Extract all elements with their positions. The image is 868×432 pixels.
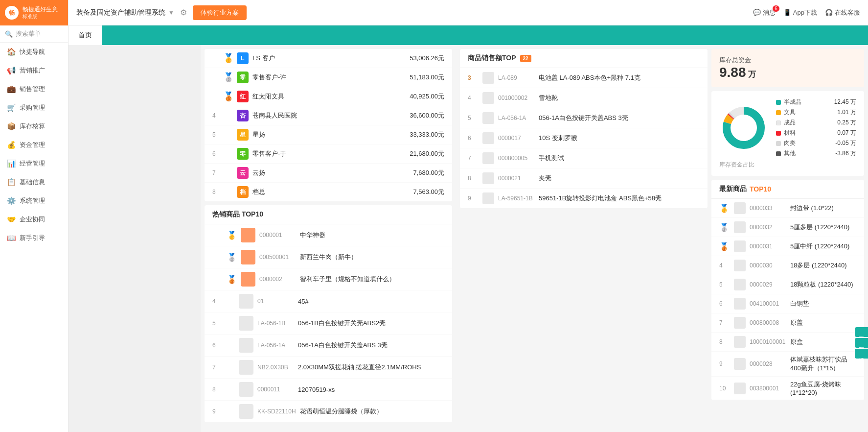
new-product-thumbnail bbox=[734, 240, 746, 252]
product-img bbox=[239, 294, 253, 309]
new-product-thumbnail bbox=[734, 298, 746, 310]
search-menu[interactable]: 🔍 搜索菜单 bbox=[0, 25, 68, 43]
sidebar-item-caigou[interactable]: 🛒 采购管理 bbox=[0, 98, 68, 117]
new-product-item: 🥈 0000032 5厘多层 (1220*2440) bbox=[711, 218, 864, 237]
new-product-item: 6 004100001 白钢垫 bbox=[711, 294, 864, 313]
customer-avatar: 档 bbox=[237, 186, 249, 198]
sidebar-header: 畅 畅捷通好生意 标准版 bbox=[0, 0, 68, 25]
customer-rank-item: 6 零 零售客户-于 21,680.00元 bbox=[205, 144, 452, 164]
sidebar-item-kucun[interactable]: 📦 库存核算 bbox=[0, 117, 68, 136]
legend-item: 成品 0.25 万 bbox=[776, 119, 856, 127]
customer-rank-list: 🥇 L LS 客户 53,006.26元 🥈 零 零售客户-许 51,183.0… bbox=[205, 49, 452, 201]
product-img bbox=[239, 360, 253, 375]
product-sales-panel: 商品销售额TOP 22 3 LA-089 电池盖 LA-089 ABS本色+黑种… bbox=[460, 49, 708, 208]
left-placeholder bbox=[69, 45, 201, 432]
search-icon: 🔍 bbox=[5, 30, 13, 38]
legend-dot bbox=[776, 110, 781, 115]
medal-gold-icon: 🥇 bbox=[227, 231, 237, 240]
online-service-btn[interactable]: 🎧 在线客服 bbox=[825, 8, 860, 17]
customer-rank-item: 8 档 档总 7,563.00元 bbox=[205, 183, 452, 201]
logo-icon: 畅 bbox=[5, 6, 19, 20]
customer-avatar: 星 bbox=[237, 129, 249, 141]
sidebar-item-kuaijie[interactable]: 🏠 快捷导航 bbox=[0, 43, 68, 61]
sidebar-item-zijin[interactable]: 💰 资金管理 bbox=[0, 136, 68, 154]
new-product-thumbnail bbox=[734, 221, 746, 233]
product-thumbnail bbox=[482, 132, 494, 144]
sidebar: 畅 畅捷通好生意 标准版 🔍 搜索菜单 🏠 快捷导航 📢 营销推广 💼 销售管理… bbox=[0, 0, 69, 432]
app-download-btn[interactable]: 📱 App下载 bbox=[783, 8, 817, 17]
message-icon: 💬 bbox=[753, 9, 761, 16]
chart-legend: 半成品 12.45 万 文具 1.01 万 成品 0.25 万 bbox=[776, 98, 856, 158]
legend-dot bbox=[776, 131, 781, 136]
product-img bbox=[241, 272, 255, 287]
product-item: 🥇 0000001 中华神器 bbox=[205, 224, 452, 246]
customer-rank-item: 🥉 红 红太阳文具 40,925.00元 bbox=[205, 87, 452, 106]
sales-rank-item: 4 001000002 雪地靴 bbox=[460, 88, 708, 108]
customer-avatar: 云 bbox=[237, 167, 249, 179]
new-product-item: 4 0000030 18多层 (1220*2440) bbox=[711, 256, 864, 275]
sales-rank-item: 7 000800005 手机测试 bbox=[460, 148, 708, 168]
inventory-chart-panel: 半成品 12.45 万 文具 1.01 万 成品 0.25 万 bbox=[711, 91, 864, 176]
product-item: 8 0000011 12070519-xs bbox=[205, 379, 452, 401]
chart-subtitle: 库存资金占比 bbox=[719, 161, 856, 169]
sidebar-item-jingying[interactable]: 📊 经营管理 bbox=[0, 154, 68, 173]
product-sales-header: 商品销售额TOP 22 bbox=[460, 49, 708, 68]
hot-products-list: 🥇 0000001 中华神器 🥈 000500001 新西兰牛肉（新牛） bbox=[205, 224, 452, 422]
top-badge: 22 bbox=[520, 55, 531, 62]
new-product-thumbnail bbox=[734, 260, 746, 271]
tab-home[interactable]: 首页 bbox=[69, 25, 102, 45]
new-product-thumbnail bbox=[734, 336, 746, 348]
trial-button[interactable]: 体验行业方案 bbox=[193, 5, 247, 20]
service-community-btn[interactable]: 服务社区 bbox=[855, 338, 868, 348]
sidebar-item-jichuinfo[interactable]: 📋 基础信息 bbox=[0, 173, 68, 192]
topbar: 装备及固定资产辅助管理系统 ▼ ⚙ 体验行业方案 💬 消息 6 📱 App下载 … bbox=[69, 0, 868, 25]
hot-products-panel: 热销商品 TOP10 🥇 0000001 中华神器 🥈 bbox=[205, 205, 452, 422]
legend-item: 文具 1.01 万 bbox=[776, 108, 856, 117]
new-product-thumbnail bbox=[734, 317, 746, 329]
product-img bbox=[239, 382, 253, 397]
legend-dot bbox=[776, 100, 781, 105]
sidebar-item-xitong[interactable]: ⚙️ 系统管理 bbox=[0, 192, 68, 210]
hot-products-header: 热销商品 TOP10 bbox=[205, 205, 452, 224]
sidebar-item-xinshou[interactable]: 📖 新手引导 bbox=[0, 229, 68, 247]
new-product-item: 5 0000029 18颗粒板 (1220*2440) bbox=[711, 275, 864, 294]
product-item: 4 01 45# bbox=[205, 290, 452, 312]
system-name: 装备及固定资产辅助管理系统 ▼ bbox=[76, 8, 174, 17]
product-sales-list: 3 LA-089 电池盖 LA-089 ABS本色+黑种 7.1克 4 0010… bbox=[460, 68, 708, 208]
settings-icon[interactable]: ⚙ bbox=[180, 8, 187, 17]
content-wrapper: 🥇 L LS 客户 53,006.26元 🥈 零 零售客户-许 51,183.0… bbox=[69, 45, 868, 432]
headset-icon: 🎧 bbox=[825, 9, 833, 16]
legend-item: 材料 0.07 万 bbox=[776, 129, 856, 137]
new-products-header: 最新商品 TOP10 bbox=[711, 180, 864, 199]
operation-icon: 📊 bbox=[7, 159, 16, 168]
right-col: 库存总资金 9.88 万 bbox=[711, 45, 868, 432]
product-item: 5 LA-056-1B 056-1B白色按键开关壳ABS2壳 bbox=[205, 312, 452, 335]
product-thumbnail bbox=[482, 152, 494, 164]
purchase-icon: 🛒 bbox=[7, 103, 16, 112]
new-products-list: 🥇 0000033 封边带 (1.0*22) 🥈 0000032 5厘多层 (1… bbox=[711, 199, 864, 400]
sidebar-item-qiye[interactable]: 🤝 企业协同 bbox=[0, 210, 68, 229]
product-img bbox=[239, 338, 253, 353]
medal-bronze-icon: 🥉 bbox=[227, 275, 237, 284]
home-icon: 🏠 bbox=[7, 48, 16, 56]
sidebar-item-xiaoshou[interactable]: 💼 销售管理 bbox=[0, 80, 68, 98]
legend-item: 半成品 12.45 万 bbox=[776, 98, 856, 106]
sidebar-item-yingxiao[interactable]: 📢 营销推广 bbox=[0, 61, 68, 80]
live-stream-btn[interactable]: 直播 bbox=[855, 349, 868, 359]
customer-service-btn[interactable]: 客服热线 bbox=[855, 327, 868, 337]
product-img bbox=[239, 316, 253, 331]
new-product-item: 🥉 0000031 5厘中纤 (1220*2440) bbox=[711, 237, 864, 256]
product-item: 9 KK-SD22110H 花语萌恒温分腿睡袋（厚款） bbox=[205, 401, 452, 422]
customer-rank-item: 🥇 L LS 客户 53,006.26元 bbox=[205, 49, 452, 68]
finance-icon: 💰 bbox=[7, 141, 16, 149]
legend-item: 其他 -3.86 万 bbox=[776, 149, 856, 158]
new-products-panel: 最新商品 TOP10 🥇 0000033 封边带 (1.0*22) 🥈 0000… bbox=[711, 180, 864, 400]
sales-rank-item: 6 0000017 10S 变刺罗猴 bbox=[460, 128, 708, 148]
product-item: 🥈 000500001 新西兰牛肉（新牛） bbox=[205, 246, 452, 268]
customer-avatar: 红 bbox=[237, 91, 249, 102]
medal-gold-icon: 🥇 bbox=[223, 53, 234, 64]
sales-rank-item: 9 LA-59651-1B 59651-1B旋转投影灯电池盒 ABS黑色+58壳 bbox=[460, 189, 708, 208]
medal-silver-icon: 🥈 bbox=[227, 253, 237, 262]
main-area: 装备及固定资产辅助管理系统 ▼ ⚙ 体验行业方案 💬 消息 6 📱 App下载 … bbox=[69, 0, 868, 432]
message-btn[interactable]: 💬 消息 6 bbox=[753, 8, 776, 17]
